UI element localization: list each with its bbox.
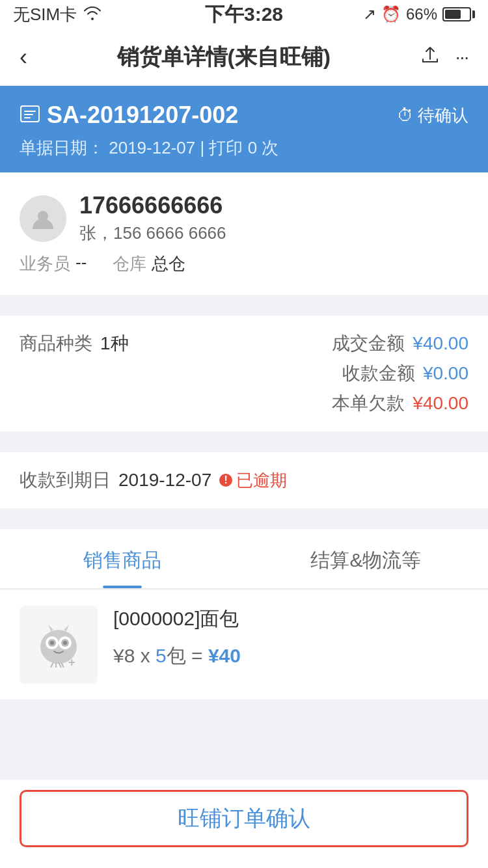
order-date: 2019-12-07 [109,138,195,157]
product-price-line: ¥8 x 5包 = ¥40 [113,643,468,670]
divider-1 [0,305,488,316]
due-label: 收款到期日 [20,468,111,493]
tab-products-label: 销售商品 [83,549,161,571]
customer-section: 17666666666 张，156 6666 6666 业务员 -- 仓库 总仓 [0,172,488,295]
alarm-icon: ⏰ [381,5,401,23]
more-icon[interactable]: ··· [455,47,468,68]
owed-label: 本单欠款 [332,391,405,416]
customer-name: 张，156 6666 6666 [79,222,226,245]
wifi-icon [83,5,102,25]
avatar [20,195,66,242]
status-bar-time: 下午3:28 [205,1,283,28]
status-bar-left: 无SIM卡 [13,3,102,26]
summary-section: 商品种类 1种 成交金额 ¥40.00 收款金额 ¥0.00 本单欠款 ¥40.… [0,316,488,431]
product-type-label: 商品种类 [20,331,92,356]
product-type-row: 商品种类 1种 [20,331,129,356]
product-item: + [0000002]面包 ¥8 x 5包 = ¥40 [20,606,468,684]
svg-text:+: + [68,656,75,668]
status-text: 待确认 [418,104,468,127]
order-header-top: SA-20191207-002 ⏱ 待确认 [20,102,468,129]
product-info: [0000002]面包 ¥8 x 5包 = ¥40 [113,606,468,670]
status-bar-right: ↗ ⏰ 66% [363,5,475,23]
product-unit: 包 [167,645,186,666]
print-count: 打印 0 次 [209,138,278,157]
confirm-button-label: 旺铺订单确认 [178,804,310,834]
amount-row: 成交金额 ¥40.00 [332,331,468,356]
product-qty: 5 [156,645,167,666]
amount-label: 成交金额 [332,331,405,356]
date-label: 单据日期： [20,138,104,157]
tab-settlement-label: 结算&物流等 [310,549,421,571]
status-bar: 无SIM卡 下午3:28 ↗ ⏰ 66% [0,0,488,29]
product-name: [0000002]面包 [113,606,468,632]
order-id-text: SA-20191207-002 [47,102,238,129]
nav-bar: ‹ 销货单详情(来自旺铺) ··· [0,29,488,86]
due-section: 收款到期日 2019-12-07 ! 已逾期 [0,452,488,508]
battery-text: 66% [406,5,437,23]
warehouse-label: 仓库 [113,252,146,275]
summary-left: 商品种类 1种 [20,331,129,356]
confirm-button[interactable]: 旺铺订单确认 [20,790,468,847]
summary-right: 成交金额 ¥40.00 收款金额 ¥0.00 本单欠款 ¥40.00 [332,331,468,416]
due-date-value: 2019-12-07 [118,470,211,491]
product-thumbnail: + [20,606,98,684]
order-header: SA-20191207-002 ⏱ 待确认 单据日期： 2019-12-07 |… [0,86,488,172]
order-status: ⏱ 待确认 [397,104,468,127]
tabs-row: 销售商品 结算&物流等 [0,529,488,589]
customer-info: 17666666666 张，156 6666 6666 [79,192,226,245]
clock-icon: ⏱ [397,105,414,126]
nav-actions: ··· [420,45,468,70]
divider-2 [0,442,488,452]
tabs-section: 销售商品 结算&物流等 [0,529,488,589]
overdue-dot-icon: ! [219,474,232,487]
product-type-value: 1种 [100,331,129,356]
svg-point-7 [50,641,54,645]
customer-row: 17666666666 张，156 6666 6666 [20,192,468,245]
svg-point-8 [63,641,67,645]
sales-label: 业务员 [20,252,70,275]
received-row: 收款金额 ¥0.00 [342,361,468,386]
product-section: + [0000002]面包 ¥8 x 5包 = ¥40 [0,590,488,699]
overdue-badge: ! 已逾期 [219,469,287,492]
divider-3 [0,519,488,529]
tab-products[interactable]: 销售商品 [0,529,244,588]
amount-value: ¥40.00 [413,333,468,354]
location-icon: ↗ [363,5,376,23]
warehouse-value: 总仓 [152,252,185,275]
customer-phone: 17666666666 [79,192,226,219]
product-price: ¥8 x [113,645,156,666]
page-title: 销货单详情(来自旺铺) [117,42,331,72]
tab-settlement[interactable]: 结算&物流等 [244,529,488,588]
order-icon [20,102,40,129]
bottom-bar: 旺铺订单确认 [0,780,488,868]
owed-value: ¥40.00 [413,393,468,414]
product-total: ¥40 [208,645,241,666]
battery-icon [442,7,475,21]
product-equals: = [186,645,208,666]
carrier-text: 无SIM卡 [13,3,77,26]
overdue-text: 已逾期 [236,469,287,492]
meta-row: 业务员 -- 仓库 总仓 [20,252,468,275]
owed-row: 本单欠款 ¥40.00 [332,391,468,416]
back-button[interactable]: ‹ [20,44,27,71]
share-icon[interactable] [420,45,440,70]
received-value: ¥0.00 [423,363,468,384]
tab-underline [103,586,142,588]
order-id: SA-20191207-002 [20,102,238,129]
sales-value: -- [75,252,87,275]
warehouse-meta: 仓库 总仓 [113,252,185,275]
sales-meta: 业务员 -- [20,252,87,275]
received-label: 收款金额 [342,361,415,386]
order-date-line: 单据日期： 2019-12-07 | 打印 0 次 [20,137,468,159]
